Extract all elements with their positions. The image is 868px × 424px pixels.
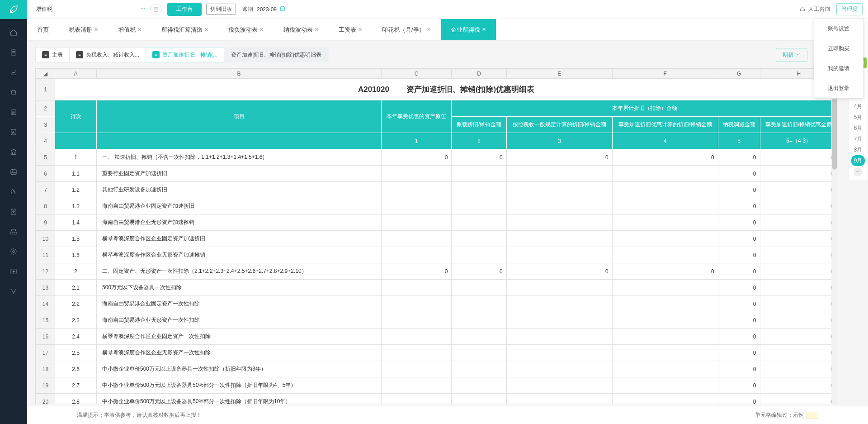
cell[interactable]: 海南自由贸易港企业固定资产加速折旧 — [97, 198, 382, 214]
nav-list[interactable] — [0, 102, 27, 122]
cell[interactable] — [506, 198, 612, 214]
row-header[interactable]: 3 — [36, 117, 55, 133]
cell[interactable] — [382, 198, 452, 214]
cell[interactable] — [382, 345, 452, 361]
cell[interactable] — [382, 247, 452, 263]
row-header[interactable]: 16 — [36, 329, 55, 345]
period-start-button[interactable]: 期初 ﹀ — [776, 48, 807, 62]
tab[interactable]: 所得税汇算清缴✕ — [151, 19, 218, 40]
row-header[interactable]: 12 — [36, 263, 55, 280]
column-header[interactable]: D — [452, 69, 506, 79]
cell[interactable]: 0 — [718, 231, 760, 247]
cell[interactable]: 1.4 — [55, 214, 97, 231]
tab[interactable]: 税负波动表✕ — [218, 19, 274, 40]
cell[interactable] — [506, 394, 612, 405]
cell[interactable] — [506, 247, 612, 263]
close-icon[interactable]: ✕ — [137, 27, 142, 33]
row-header[interactable]: 11 — [36, 247, 55, 263]
cell[interactable]: 2.4 — [55, 329, 97, 345]
cell[interactable]: 2.5 — [55, 345, 97, 361]
dropdown-account-settings[interactable]: 账号设置 — [814, 19, 863, 38]
nav-play[interactable] — [0, 262, 27, 281]
cell[interactable]: 2.1 — [55, 280, 97, 296]
cell[interactable]: 0 — [760, 345, 837, 361]
cell[interactable]: 0 — [718, 214, 760, 231]
cell[interactable]: 海南自由贸易港企业无形资产加速摊销 — [97, 214, 382, 231]
row-header[interactable]: 18 — [36, 361, 55, 377]
cell[interactable] — [452, 247, 506, 263]
cell[interactable] — [382, 166, 452, 182]
cell[interactable]: 0 — [760, 312, 837, 329]
cell[interactable] — [506, 231, 612, 247]
month-item[interactable]: 6月 — [849, 123, 868, 133]
cell[interactable] — [452, 198, 506, 214]
close-icon[interactable]: ✕ — [204, 27, 208, 33]
row-header[interactable]: 15 — [36, 312, 55, 329]
row-header[interactable]: 13 — [36, 280, 55, 296]
column-header[interactable]: B — [97, 69, 382, 79]
cell[interactable]: 二、固定资产、无形资产一次性扣除（2.1+2.2+2.3+2.4+2.5+2.6… — [97, 263, 382, 280]
cell[interactable]: 0 — [506, 263, 612, 280]
close-icon[interactable]: ✕ — [259, 27, 264, 33]
admin-button[interactable]: 管理员 — [836, 3, 863, 15]
cell[interactable] — [382, 361, 452, 377]
logo[interactable] — [0, 0, 27, 19]
cell[interactable]: 1.6 — [55, 247, 97, 263]
cell[interactable]: 2.6 — [55, 361, 97, 377]
row-header[interactable]: 6 — [36, 166, 55, 182]
month-item[interactable]: 9月 — [851, 155, 865, 166]
cell[interactable]: 0 — [382, 149, 452, 166]
cell[interactable] — [452, 312, 506, 329]
dropdown-buy-now[interactable]: 立即购买 — [814, 38, 863, 58]
cell[interactable]: 0 — [506, 149, 612, 166]
cell[interactable] — [452, 280, 506, 296]
close-icon[interactable]: ✕ — [427, 27, 431, 33]
nav-chart[interactable] — [0, 62, 27, 82]
row-header[interactable]: 4 — [36, 133, 55, 149]
nav-settings[interactable] — [0, 242, 27, 262]
cell[interactable]: 0 — [612, 263, 718, 280]
cell[interactable] — [612, 361, 718, 377]
cell[interactable]: 中小微企业单价500万元以上设备器具50%部分一次性扣除（折旧年限为4、5年） — [97, 377, 382, 394]
close-icon[interactable]: ✕ — [315, 27, 319, 33]
cell[interactable]: 0 — [760, 329, 837, 345]
cell[interactable]: 0 — [452, 149, 506, 166]
nav-hand[interactable] — [0, 182, 27, 202]
cell[interactable]: 1 — [55, 149, 97, 166]
nav-report[interactable] — [0, 122, 27, 142]
cell[interactable] — [506, 296, 612, 312]
cell[interactable] — [382, 377, 452, 394]
cell[interactable] — [452, 345, 506, 361]
month-item[interactable]: 8月 — [849, 144, 868, 155]
cell[interactable] — [382, 182, 452, 198]
cell[interactable]: 0 — [760, 394, 837, 405]
note-button[interactable] — [150, 4, 162, 15]
cell[interactable]: 0 — [718, 394, 760, 405]
cell[interactable] — [452, 296, 506, 312]
close-icon[interactable]: ✕ — [358, 27, 362, 33]
nav-export[interactable] — [0, 202, 27, 222]
nav-inbox[interactable] — [0, 222, 27, 242]
cell[interactable]: 0 — [760, 214, 837, 231]
tab[interactable]: 企业所得税✕ — [441, 19, 496, 40]
cell[interactable]: 0 — [760, 263, 837, 280]
switch-old-version-button[interactable]: 切到旧版 — [206, 4, 236, 15]
cell[interactable] — [452, 166, 506, 182]
cell[interactable]: 500万元以下设备器具一次性扣除 — [97, 280, 382, 296]
cell[interactable]: 0 — [760, 198, 837, 214]
cell[interactable] — [612, 296, 718, 312]
cell[interactable] — [382, 394, 452, 405]
tab[interactable]: 印花税（月/季）✕ — [372, 19, 441, 40]
nav-image[interactable] — [0, 162, 27, 182]
cell[interactable]: 0 — [718, 149, 760, 166]
cell[interactable] — [612, 280, 718, 296]
cell[interactable]: 横琴粤澳深度合作区企业无形资产一次性扣除 — [97, 345, 382, 361]
cell[interactable] — [506, 329, 612, 345]
cell[interactable]: 2.8 — [55, 394, 97, 405]
cell[interactable]: 横琴粤澳深度合作区企业无形资产加速摊销 — [97, 247, 382, 263]
column-header[interactable]: A — [55, 69, 97, 79]
cell[interactable] — [612, 198, 718, 214]
vertical-scrollbar[interactable] — [831, 78, 838, 404]
cell[interactable]: 0 — [452, 263, 506, 280]
cell[interactable]: 0 — [718, 345, 760, 361]
